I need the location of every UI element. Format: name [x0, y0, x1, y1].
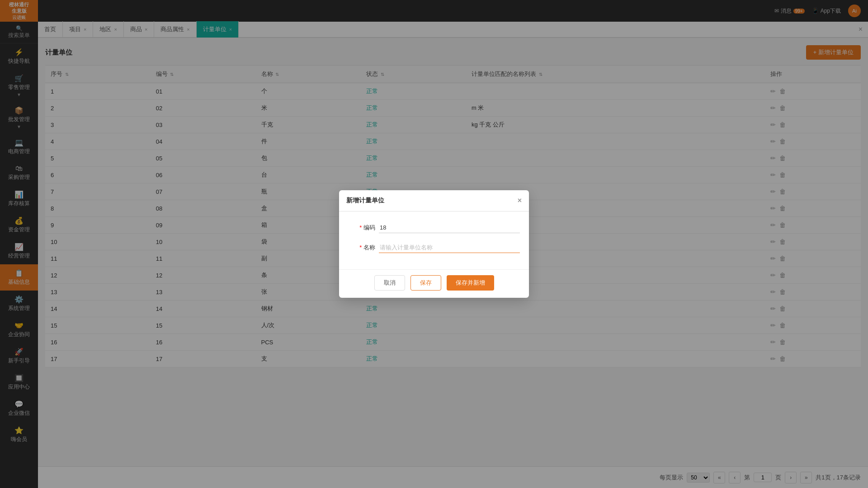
modal-close-button[interactable]: × — [518, 197, 522, 205]
modal-title: 新增计量单位 — [346, 197, 384, 205]
save-and-new-button[interactable]: 保存并新增 — [447, 275, 494, 291]
save-button[interactable]: 保存 — [410, 275, 441, 291]
name-label: 名称 — [348, 244, 375, 252]
code-label: 编码 — [348, 224, 375, 232]
modal-header: 新增计量单位 × — [339, 190, 529, 211]
add-unit-modal: 新增计量单位 × 编码 名称 取消 保存 保存并新增 — [339, 190, 529, 298]
name-input[interactable] — [379, 242, 520, 253]
form-row-code: 编码 — [348, 222, 520, 233]
modal-body: 编码 名称 — [339, 211, 529, 269]
cancel-button[interactable]: 取消 — [374, 275, 405, 291]
modal-footer: 取消 保存 保存并新增 — [339, 269, 529, 298]
form-row-name: 名称 — [348, 242, 520, 253]
code-input[interactable] — [379, 222, 520, 233]
modal-overlay[interactable]: 新增计量单位 × 编码 名称 取消 保存 保存并新增 — [0, 0, 868, 488]
